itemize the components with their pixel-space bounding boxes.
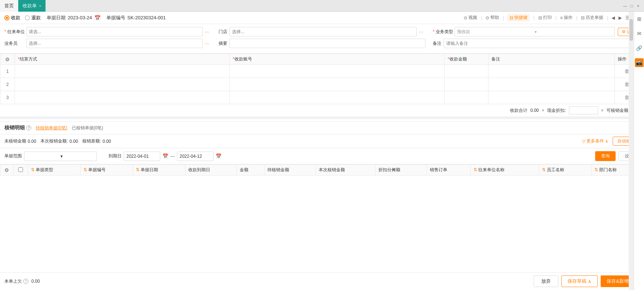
note-cell[interactable] [488, 78, 614, 91]
more-conditions-btn[interactable]: ▽ 更多条件 ∧ [582, 138, 608, 144]
date-field: 单据日期 2023-03-24 📅 [47, 15, 101, 21]
maximize-button[interactable]: □ [629, 3, 635, 9]
receipt-account-cell[interactable] [229, 91, 444, 104]
note-cell[interactable] [488, 65, 614, 78]
filter-icon: ▽ [582, 139, 585, 144]
history-icon: ⊟ [581, 15, 585, 20]
shop-input[interactable] [229, 27, 417, 36]
range-select[interactable]: ▾ [24, 152, 97, 161]
date-to-input[interactable] [177, 152, 213, 161]
row-number: 3 [0, 91, 15, 104]
select-all-checkbox[interactable] [18, 167, 23, 172]
recon-info-icon[interactable]: ? [26, 125, 31, 130]
operation-icon: ≡ [560, 15, 563, 20]
form-row-1: 往来单位 ··· 门店 ··· 业务类型 预收款 ▾ ⚙ 设置 [4, 27, 640, 36]
shop-more-icon[interactable]: ··· [417, 29, 425, 35]
receipt-amount-cell[interactable] [444, 91, 488, 104]
col-doc-number: ⇅ 单据编号 [80, 165, 133, 176]
sidebar-link-icon[interactable]: 🔗 [635, 44, 644, 52]
col-partner-name: ⇅ 往来单位名称 [470, 165, 539, 176]
close-button[interactable]: × [635, 3, 641, 9]
current-amount: 本次核销金额: 0.00 [40, 138, 78, 144]
help-btn[interactable]: ⊙ 帮助 [486, 15, 499, 21]
calendar-to-icon[interactable]: 📅 [216, 153, 221, 159]
sidebar-email-icon[interactable]: ✉ [635, 29, 644, 38]
radio-receipt[interactable]: 收款 [4, 15, 20, 21]
calendar-icon[interactable]: 📅 [94, 15, 101, 21]
recon-header: 核销明细 ? 待核销单据(0笔) 已核销单据(0笔) [0, 122, 644, 134]
completed-tab[interactable]: 已核销单据(0笔) [72, 125, 103, 131]
table-row: 3 🗑 ⧉ [0, 91, 644, 104]
filter-row: 单据范围 ▾ 到期日 📅 — 📅 查询 设置 [0, 148, 644, 164]
partner-more-icon[interactable]: ··· [203, 29, 211, 35]
save-draft-button[interactable]: 保存草稿 ∧ [561, 275, 598, 287]
sidebar-table-icon[interactable]: ⊞ [635, 15, 644, 23]
bottom-bar: 本单上欠 ? 0.00 放弃 保存草稿 ∧ 保存&新增 ∧ [0, 272, 644, 290]
window-controls: — □ × [622, 3, 644, 9]
radio-refund[interactable]: 退款 [25, 15, 41, 21]
pending-tab[interactable]: 待核销单据(0笔) [36, 125, 67, 131]
col-note: 备注 [488, 54, 614, 65]
video-btn[interactable]: ⊙ 视频 [464, 15, 477, 21]
receipt-account-cell[interactable] [229, 78, 444, 91]
col-receipt-account: *收款账号 [229, 54, 444, 65]
table-gear-icon[interactable]: ⚙ [5, 56, 10, 62]
minimize-button[interactable]: — [622, 3, 628, 9]
col-settle-method: *结算方式 [15, 54, 230, 65]
row-number: 1 [0, 65, 15, 78]
recon-title: 核销明细 ? [4, 125, 31, 131]
settle-method-cell[interactable] [15, 78, 230, 91]
summary-field: 摘要 [219, 39, 425, 48]
receipt-amount-cell[interactable] [444, 65, 488, 78]
business-type-select[interactable]: 预收款 ▾ [455, 27, 615, 36]
date-from-input[interactable] [124, 152, 160, 161]
form-row-2: 业务员 ··· 摘要 备注 [4, 39, 640, 48]
scrollbar[interactable] [629, 12, 634, 290]
history-btn[interactable]: ⊟ 历史单据 [581, 15, 603, 21]
tab-receipt[interactable]: 收款单 × [18, 0, 46, 12]
business-type-field: 业务类型 预收款 ▾ ⚙ 设置 [433, 27, 640, 36]
dropdown-arrow-icon: ▾ [535, 30, 612, 34]
tab-home[interactable]: 首页 [0, 0, 18, 12]
save-draft-arrow-icon: ∧ [588, 279, 592, 284]
bottom-table-gear-icon[interactable]: ⚙ [4, 167, 9, 173]
settle-method-cell[interactable] [15, 65, 230, 78]
note-cell[interactable] [488, 91, 614, 104]
query-button[interactable]: 查询 [595, 151, 616, 161]
receipt-amount-cell[interactable] [444, 78, 488, 91]
radio-refund-dot [25, 15, 30, 20]
col-pending-amount: 待核销金额 [264, 165, 316, 176]
col-discount: 折扣分摊额 [375, 165, 427, 176]
scroll-thumb[interactable] [629, 19, 633, 41]
bottom-info: 本单上欠 ? 0.00 [4, 278, 40, 285]
bottom-info-icon[interactable]: ? [23, 279, 28, 284]
table-row: 2 🗑 ⧉ [0, 78, 644, 91]
note-input[interactable] [444, 39, 640, 48]
print-icon: ⊟ [538, 15, 542, 20]
abandon-button[interactable]: 放弃 [534, 275, 558, 287]
nav-right-btn[interactable]: ▶ [619, 15, 622, 20]
tab-close-icon[interactable]: × [39, 0, 41, 12]
col-doc-date: ⇅ 单据日期 [133, 165, 185, 176]
partner-input[interactable] [26, 27, 203, 36]
shortcut-btn[interactable]: ⊟ 快捷键 [507, 14, 530, 21]
reconciliation-section: 核销明细 ? 待核销单据(0笔) 已核销单据(0笔) 未核销金额 0.00 本次… [0, 121, 644, 272]
discount-input[interactable] [569, 106, 598, 114]
col-doc-type: ⇅ 单据类型 [28, 165, 80, 176]
summary-input[interactable] [229, 39, 425, 48]
calendar-from-icon[interactable]: 📅 [162, 153, 168, 159]
col-sales-order: 销售订单 [427, 165, 470, 176]
recon-stats: 未核销金额 0.00 本次核销金额: 0.00 核销差额: 0.00 ▽ 更多条… [0, 134, 644, 148]
video-icon: ⊙ [464, 15, 467, 20]
row-number: 2 [0, 78, 15, 91]
settle-method-cell[interactable] [15, 91, 230, 104]
nav-left-btn[interactable]: ◀ [612, 15, 615, 20]
staff-more-icon[interactable]: ··· [203, 40, 211, 46]
sidebar-camera-icon[interactable]: 📷 [635, 58, 644, 67]
receipt-account-cell[interactable] [229, 65, 444, 78]
print-btn[interactable]: ⊟ 打印 [538, 15, 552, 21]
staff-input[interactable] [26, 39, 203, 48]
col-receipt-due: 收款到期日 [185, 165, 237, 176]
operation-btn[interactable]: ≡ 操作 [560, 15, 573, 21]
col-amount: 金额 [237, 165, 264, 176]
